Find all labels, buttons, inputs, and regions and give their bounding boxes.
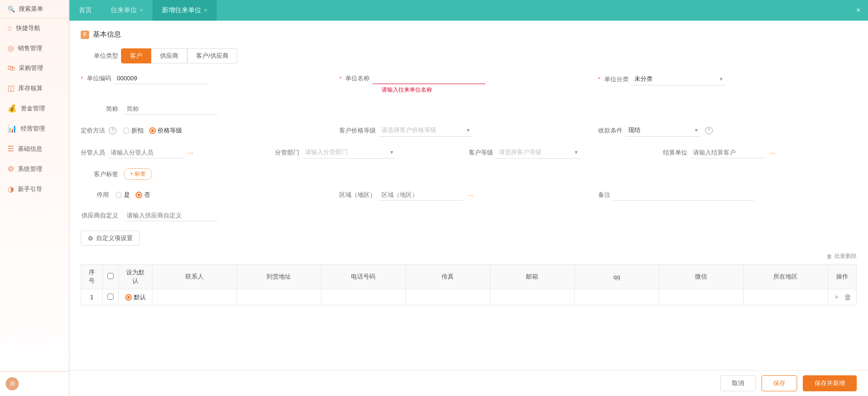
tab-bar-close-button[interactable]: × xyxy=(849,6,868,15)
disabled-radio-group: 是 否 xyxy=(115,191,150,199)
unit-name-input[interactable] xyxy=(373,73,485,84)
unit-category-required: * xyxy=(598,76,601,83)
section-icon: F xyxy=(81,31,89,39)
pricing-help-icon[interactable]: ? xyxy=(109,127,116,134)
pricing-radio-group: 折扣 价格等级 xyxy=(123,126,182,135)
row-region[interactable] xyxy=(743,289,828,305)
content-area: F 基本信息 单位类型 客户 供应商 客户/供应商 * 单位编码 xyxy=(69,21,868,370)
sidebar-item-operation[interactable]: 📊经营管理 xyxy=(0,118,69,139)
disabled-yes[interactable]: 是 xyxy=(115,191,130,199)
payment-help-icon[interactable]: ? xyxy=(705,127,713,134)
settlement-ellipsis-icon[interactable]: ··· xyxy=(768,149,777,156)
unit-code-required: * xyxy=(81,75,83,82)
sidebar-search[interactable]: 🔍 搜索菜单 xyxy=(0,0,69,18)
fax-input[interactable] xyxy=(411,294,485,301)
sidebar-item-system[interactable]: ⚙系统管理 xyxy=(0,159,69,179)
manager-label: 分管人员 xyxy=(81,148,105,157)
save-new-button[interactable]: 保存并新增 xyxy=(803,375,857,391)
tab-contacts[interactable]: 往来单位 × xyxy=(101,0,152,21)
unit-code-input[interactable] xyxy=(114,73,208,84)
disabled-no[interactable]: 否 xyxy=(136,191,150,199)
row-wechat[interactable] xyxy=(659,289,743,305)
remark-field: 备注 xyxy=(598,189,857,201)
pricing-level[interactable]: 价格等级 xyxy=(149,126,182,135)
manager-input[interactable] xyxy=(108,147,183,158)
alias-input[interactable] xyxy=(124,103,218,115)
row-contact[interactable] xyxy=(152,289,237,305)
tab-new-contact[interactable]: 新增往来单位 × xyxy=(152,0,217,21)
qq-input[interactable] xyxy=(579,294,654,301)
unit-category-select[interactable]: 未分类 ▾ xyxy=(632,73,725,85)
col-phone: 电话号码 xyxy=(321,264,405,289)
sidebar-item-guide[interactable]: ◑新手引导 xyxy=(0,179,69,199)
type-btn-both[interactable]: 客户/供应商 xyxy=(187,48,237,63)
avatar: 用 xyxy=(6,377,19,390)
type-btn-supplier[interactable]: 供应商 xyxy=(151,48,187,63)
sidebar-item-quick-nav[interactable]: ⌂快捷导航 xyxy=(0,18,69,38)
customer-level-select[interactable]: 请选择客户等级 ▾ xyxy=(496,146,580,159)
discount-label: 折扣 xyxy=(131,126,144,135)
default-radio xyxy=(125,294,132,301)
row-fax[interactable] xyxy=(405,289,490,305)
sidebar-item-basic[interactable]: ☰基础信息 xyxy=(0,139,69,159)
settlement-input[interactable] xyxy=(690,147,765,158)
add-tag-button[interactable]: + 标签 xyxy=(124,168,152,180)
customer-price-select[interactable]: 请选择客户价格等级 ▾ xyxy=(379,124,472,137)
region-ellipsis-icon[interactable]: ··· xyxy=(466,191,475,199)
row-select-checkbox[interactable] xyxy=(107,294,114,300)
email-input[interactable] xyxy=(495,294,570,301)
manager-ellipsis-icon[interactable]: ··· xyxy=(186,149,195,156)
cancel-button[interactable]: 取消 xyxy=(720,375,756,391)
col-qq: qq xyxy=(574,264,659,289)
settlement-field: 结算单位 ··· xyxy=(663,147,857,158)
col-checkbox[interactable] xyxy=(103,264,119,289)
tab-contacts-close-icon[interactable]: × xyxy=(140,7,143,14)
row-phone[interactable] xyxy=(321,289,405,305)
contact-input[interactable] xyxy=(157,294,232,301)
row-email[interactable] xyxy=(490,289,574,305)
row-add-icon[interactable]: ＋ xyxy=(833,292,840,302)
main-area: 首页 往来单位 × 新增往来单位 × × F 基本信息 单位类型 客户 供应商 xyxy=(69,0,868,396)
address-input[interactable] xyxy=(242,294,316,301)
remark-input[interactable] xyxy=(613,189,754,201)
row-checkbox[interactable] xyxy=(103,289,119,305)
row-default[interactable]: 默认 xyxy=(119,289,152,305)
sidebar-item-sales[interactable]: ◎销售管理 xyxy=(0,38,69,58)
type-btn-customer[interactable]: 客户 xyxy=(121,48,151,63)
save-button[interactable]: 保存 xyxy=(761,375,797,391)
row-delete-icon[interactable]: 🗑 xyxy=(844,293,852,302)
row-region-input[interactable] xyxy=(748,294,823,301)
sidebar-item-label: 采购管理 xyxy=(19,64,43,72)
unit-code-label: 单位编码 xyxy=(87,74,111,83)
payment-select[interactable]: 现结 ▾ xyxy=(625,124,700,137)
unit-category-label: 单位分类 xyxy=(604,75,629,84)
manager-field: 分管人员 ··· xyxy=(81,147,275,158)
batch-delete-button[interactable]: 🗑 批量删除 xyxy=(81,252,857,260)
sidebar-item-finance[interactable]: 💰资金管理 xyxy=(0,98,69,118)
department-select[interactable]: 请输入分管部门 ▾ xyxy=(302,146,396,159)
unit-type-field: 单位类型 客户 供应商 客户/供应商 xyxy=(81,48,857,63)
disabled-no-label: 否 xyxy=(144,191,150,199)
tab-new-contact-close-icon[interactable]: × xyxy=(204,7,207,14)
pricing-discount[interactable]: 折扣 xyxy=(123,126,144,135)
tab-bar: 首页 往来单位 × 新增往来单位 × × xyxy=(69,0,868,21)
supplier-custom-input[interactable] xyxy=(124,210,218,221)
select-all-checkbox[interactable] xyxy=(107,273,114,279)
pricing-row: 定价方法 ? 折扣 价格等级 客户价格等级 请选择客户价格等级 xyxy=(81,124,857,137)
sidebar-item-purchase[interactable]: 🛍采购管理 xyxy=(0,58,69,78)
row-address[interactable] xyxy=(236,289,321,305)
manager-row: 分管人员 ··· 分管部门 请输入分管部门 ▾ 客户等级 请选择客户等级 ▾ xyxy=(81,146,857,159)
wechat-input[interactable] xyxy=(664,294,739,301)
sidebar-item-label: 销售管理 xyxy=(18,44,42,53)
sidebar-item-label: 库存核算 xyxy=(18,84,43,93)
custom-settings-button[interactable]: ⚙ 自定义项设置 xyxy=(81,231,140,246)
phone-input[interactable] xyxy=(326,294,401,301)
row-qq[interactable] xyxy=(574,289,659,305)
default-label: 默认 xyxy=(134,293,146,302)
region-input[interactable] xyxy=(379,189,463,201)
pricing-label: 定价方法 xyxy=(81,126,105,135)
sidebar-bottom: 用 xyxy=(0,371,69,396)
tab-home[interactable]: 首页 xyxy=(69,0,101,21)
sidebar-item-inventory[interactable]: ◫库存核算 xyxy=(0,78,69,98)
payment-field: 收款条件 现结 ▾ ? xyxy=(598,124,857,137)
